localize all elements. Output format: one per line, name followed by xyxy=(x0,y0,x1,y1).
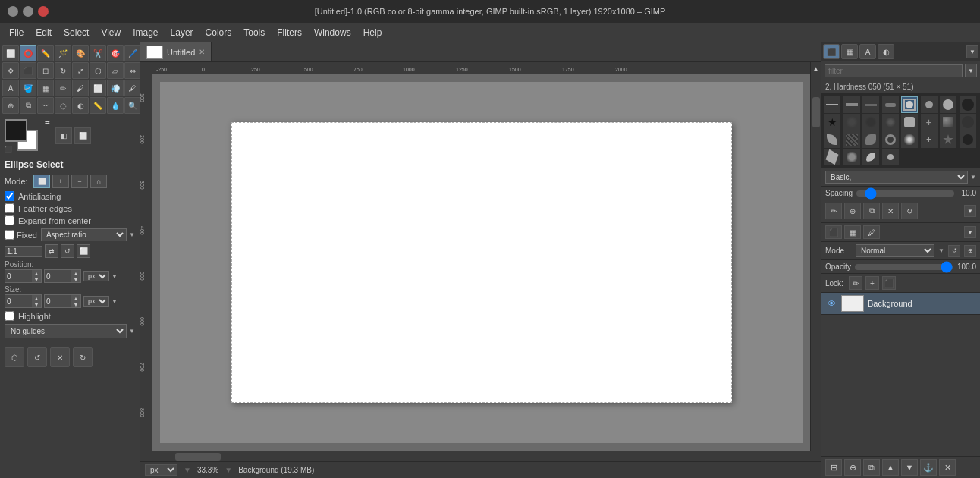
tool-dodge[interactable]: ◐ xyxy=(72,97,89,114)
move-down-btn[interactable]: ▼ xyxy=(901,459,918,476)
highlight-checkbox[interactable] xyxy=(5,311,14,321)
brush-item-plus2[interactable]: + xyxy=(921,131,938,148)
tool-ellipse-select[interactable]: ⭕ xyxy=(20,45,36,61)
ratio-input[interactable] xyxy=(5,246,42,257)
restore-btn[interactable]: ↻ xyxy=(73,347,93,367)
tool-shear[interactable]: ⬡ xyxy=(90,62,106,79)
size-unit-select[interactable]: px % xyxy=(83,296,109,307)
tool-paths[interactable]: 🖊️ xyxy=(124,45,141,61)
mode-subtract-btn[interactable]: − xyxy=(71,175,88,188)
menu-edit[interactable]: Edit xyxy=(30,25,58,40)
layer-visibility-toggle[interactable]: 👁 xyxy=(825,297,837,310)
tool-perspective[interactable]: ▱ xyxy=(107,62,124,79)
tool-text[interactable]: A xyxy=(2,80,19,96)
pos-x-up[interactable]: ▲ xyxy=(32,270,41,276)
horizontal-scrollbar[interactable] xyxy=(152,451,810,461)
tool-scissors[interactable]: ✂️ xyxy=(90,45,106,61)
swap-colors-icon[interactable]: ⇄ xyxy=(45,119,50,126)
scrollbar-h-thumb[interactable] xyxy=(175,453,221,461)
antialiasing-checkbox[interactable] xyxy=(5,191,14,201)
tool-scale[interactable]: ⤢ xyxy=(72,62,89,79)
tool-by-color[interactable]: 🎨 xyxy=(72,45,89,61)
tool-eraser[interactable]: ⬜ xyxy=(90,80,106,96)
channels-tab-icon[interactable]: ▦ xyxy=(844,225,861,239)
brush-item-splatter1[interactable] xyxy=(843,114,860,131)
lock-position-btn[interactable]: + xyxy=(865,276,879,290)
brush-item-blob1[interactable] xyxy=(901,114,918,131)
mode-replace-btn[interactable]: ⬜ xyxy=(33,175,50,188)
menu-layer[interactable]: Layer xyxy=(165,25,199,40)
tool-clone[interactable]: ⧉ xyxy=(20,97,36,114)
del-layer-btn[interactable]: ✕ xyxy=(939,459,956,476)
new-group-btn[interactable]: ⊞ xyxy=(825,459,842,476)
brush-item-8[interactable] xyxy=(960,96,976,113)
menu-windows[interactable]: Windows xyxy=(308,25,357,40)
new-layer-btn[interactable]: ⊕ xyxy=(844,459,861,476)
brush-filter-input[interactable] xyxy=(825,64,963,77)
brush-item-5[interactable] xyxy=(901,96,918,113)
minimize-button[interactable] xyxy=(8,6,18,17)
tool-fuzzy-select[interactable]: 🪄 xyxy=(55,45,71,61)
brush-item-splotch3[interactable] xyxy=(862,149,879,165)
size-y-up[interactable]: ▲ xyxy=(71,295,80,301)
tool-smudge[interactable]: 〰 xyxy=(37,97,54,114)
panel-expand-icon[interactable]: ▼ xyxy=(964,205,976,217)
brush-item-star[interactable]: ★ xyxy=(824,114,840,131)
tool-rotate[interactable]: ↻ xyxy=(55,62,71,79)
tool-align[interactable]: ⬛ xyxy=(20,62,36,79)
lock-alpha-btn[interactable]: ⬛ xyxy=(882,276,896,290)
brush-item-splatter3[interactable] xyxy=(882,114,899,131)
foreground-color[interactable] xyxy=(5,119,27,142)
brush-item-texture1[interactable] xyxy=(843,131,860,148)
brush-item-dark-circle2[interactable] xyxy=(960,131,976,148)
brush-item-splatter2[interactable] xyxy=(862,114,879,131)
brush-item-grunge[interactable] xyxy=(940,131,956,148)
feather-edges-checkbox[interactable] xyxy=(5,203,14,213)
screen-mode-toggle[interactable]: ⬜ xyxy=(74,127,91,144)
maximize-button[interactable] xyxy=(23,6,33,17)
tool-zoom[interactable]: 🔍 xyxy=(124,97,141,114)
menu-select[interactable]: Select xyxy=(58,25,95,40)
opacity-slider[interactable] xyxy=(855,264,953,270)
menu-colors[interactable]: Colors xyxy=(199,25,238,40)
reset-colors-icon[interactable]: ⬛ xyxy=(5,146,12,153)
brush-item-spray[interactable] xyxy=(940,114,956,131)
ratio-reset-btn[interactable]: ↺ xyxy=(61,244,74,258)
tool-blur[interactable]: ◌ xyxy=(55,97,71,114)
brush-item-3[interactable] xyxy=(862,96,879,113)
size-x-input[interactable] xyxy=(5,297,32,307)
menu-help[interactable]: Help xyxy=(357,25,388,40)
canvas-scroll-area[interactable] xyxy=(152,74,821,461)
panel-refresh-btn[interactable]: ↻ xyxy=(901,203,918,219)
menu-file[interactable]: File xyxy=(3,25,30,40)
tool-brush[interactable]: 🖌 xyxy=(72,80,89,96)
tool-move[interactable]: ✥ xyxy=(2,62,19,79)
auto-shrink-btn[interactable]: ⬡ xyxy=(5,347,24,367)
brush-item-7[interactable] xyxy=(940,96,956,113)
tool-pencil[interactable]: ✏ xyxy=(55,80,71,96)
quick-mask-toggle[interactable]: ◧ xyxy=(55,127,72,144)
guides-select[interactable]: No guides Rule of thirds Center Diagonal… xyxy=(5,324,127,338)
layers-tab-icon[interactable]: ⬛ xyxy=(825,225,842,239)
vertical-scrollbar[interactable] xyxy=(810,74,821,451)
brush-item-soft1[interactable] xyxy=(901,131,918,148)
layers-reset-btn[interactable]: ↺ xyxy=(948,245,960,257)
brush-item-dot[interactable] xyxy=(882,149,899,165)
brush-preset-select[interactable]: Basic, Sketch Ink xyxy=(825,171,968,184)
tool-crop[interactable]: ⊡ xyxy=(37,62,54,79)
tool-heal[interactable]: ⊕ xyxy=(2,97,19,114)
brush-item-2[interactable] xyxy=(843,96,860,113)
menu-tools[interactable]: Tools xyxy=(237,25,271,40)
ratio-landscape-btn[interactable]: ⬜ xyxy=(77,244,90,258)
spacing-slider[interactable] xyxy=(856,190,954,197)
anchor-btn[interactable]: ⚓ xyxy=(920,459,937,476)
position-unit-select[interactable]: px % xyxy=(83,271,109,281)
brush-item-splotch2[interactable] xyxy=(843,149,860,165)
brush-item-1[interactable] xyxy=(824,96,840,113)
panel-tab-fonts-icon[interactable]: A xyxy=(859,44,876,59)
status-unit-select[interactable]: px mm xyxy=(145,464,177,476)
panel-tab-brushes-icon[interactable]: ⬛ xyxy=(823,44,840,59)
brush-item-4[interactable] xyxy=(882,96,899,113)
panel-config-icon[interactable]: ▼ xyxy=(966,45,978,58)
size-y-down[interactable]: ▼ xyxy=(71,301,80,307)
